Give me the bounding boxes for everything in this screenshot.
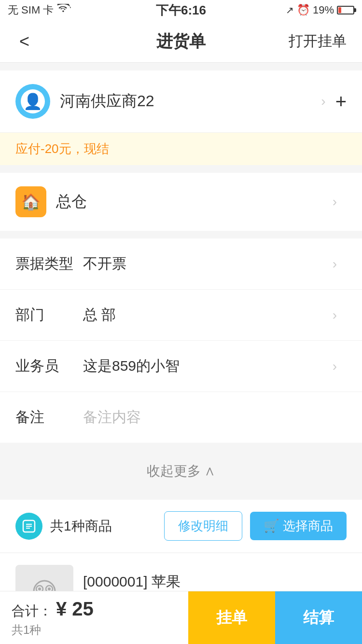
notice-text: 应付-20元，现结: [15, 141, 109, 156]
supplier-section: 👤 河南供应商22 › + 应付-20元，现结: [0, 70, 362, 165]
svg-point-8: [48, 588, 51, 590]
department-label: 部门: [15, 305, 83, 325]
page-title: 进货单: [156, 30, 206, 53]
product-code: [0000001]: [83, 574, 152, 589]
invoice-value: 不开票: [83, 254, 333, 274]
warehouse-chevron-icon: ›: [333, 194, 337, 210]
product-title: 苹果: [152, 574, 181, 589]
back-button[interactable]: <: [15, 28, 33, 56]
nav-bar: < 进货单 打开挂单: [0, 20, 362, 63]
battery-percent: 19%: [313, 4, 334, 16]
status-time: 下午6:16: [156, 2, 206, 19]
collapse-label: 收起更多 ∧: [147, 462, 216, 480]
avatar-inner: 👤: [21, 89, 45, 113]
footer-total: 合计： ¥ 25 共1种: [0, 591, 188, 644]
invoice-label: 票据类型: [15, 254, 83, 274]
chevron-right-icon: ›: [321, 94, 325, 109]
form-section: 票据类型 不开票 › 部门 总 部 › 业务员 这是859的小智 › 备注 备注…: [0, 238, 362, 443]
total-amount: ¥ 25: [56, 598, 94, 620]
salesperson-chevron-icon: ›: [333, 359, 337, 374]
alarm-icon: ⏰: [297, 4, 310, 16]
location-icon: ↗: [286, 4, 294, 16]
warehouse-section: 🏠 总仓 ›: [0, 173, 362, 231]
person-icon: 👤: [23, 92, 42, 111]
remark-label: 备注: [15, 407, 83, 427]
remark-placeholder: 备注内容: [83, 407, 347, 427]
supplier-avatar: 👤: [15, 84, 50, 119]
department-row[interactable]: 部门 总 部 ›: [0, 289, 362, 340]
add-supplier-button[interactable]: +: [335, 91, 347, 112]
salesperson-label: 业务员: [15, 356, 83, 376]
total-row: 合计： ¥ 25: [12, 598, 177, 620]
salesperson-value: 这是859的小智: [83, 356, 333, 376]
products-icon: [15, 513, 42, 540]
total-label: 合计：: [12, 602, 52, 620]
cart-icon: 🛒: [264, 518, 279, 533]
status-carrier: 无 SIM 卡: [8, 3, 71, 17]
invoice-chevron-icon: ›: [333, 256, 337, 272]
edit-details-button[interactable]: 修改明细: [164, 511, 242, 541]
product-name: [0000001] 苹果: [83, 572, 327, 592]
collapse-bar[interactable]: 收起更多 ∧: [0, 450, 362, 492]
products-header: 共1种商品 修改明细 🛒 选择商品: [0, 500, 362, 552]
notice-bar: 应付-20元，现结: [0, 133, 362, 165]
battery-icon: [337, 6, 354, 14]
warehouse-icon: 🏠: [15, 186, 46, 217]
pending-button[interactable]: 挂单: [188, 591, 275, 644]
checkout-button[interactable]: 结算: [275, 591, 362, 644]
warehouse-row[interactable]: 🏠 总仓 ›: [0, 173, 362, 231]
warehouse-name: 总仓: [56, 191, 333, 212]
total-sub: 共1种: [12, 622, 177, 638]
supplier-row[interactable]: 👤 河南供应商22 › +: [0, 70, 362, 133]
products-count: 共1种商品: [50, 517, 164, 535]
wifi-icon: [57, 4, 71, 16]
salesperson-row[interactable]: 业务员 这是859的小智 ›: [0, 340, 362, 392]
carrier-text: 无 SIM 卡: [8, 3, 54, 17]
select-product-label: 选择商品: [283, 518, 333, 534]
status-bar: 无 SIM 卡 下午6:16 ↗ ⏰ 19%: [0, 0, 362, 20]
invoice-row[interactable]: 票据类型 不开票 ›: [0, 238, 362, 289]
status-right: ↗ ⏰ 19%: [286, 4, 354, 16]
svg-point-7: [38, 588, 41, 590]
department-value: 总 部: [83, 305, 333, 325]
open-pending-button[interactable]: 打开挂单: [289, 31, 347, 51]
remark-row[interactable]: 备注 备注内容: [0, 392, 362, 443]
select-product-button[interactable]: 🛒 选择商品: [250, 512, 347, 540]
department-chevron-icon: ›: [333, 308, 337, 323]
footer: 合计： ¥ 25 共1种 挂单 结算: [0, 591, 362, 644]
supplier-name: 河南供应商22: [60, 91, 321, 112]
